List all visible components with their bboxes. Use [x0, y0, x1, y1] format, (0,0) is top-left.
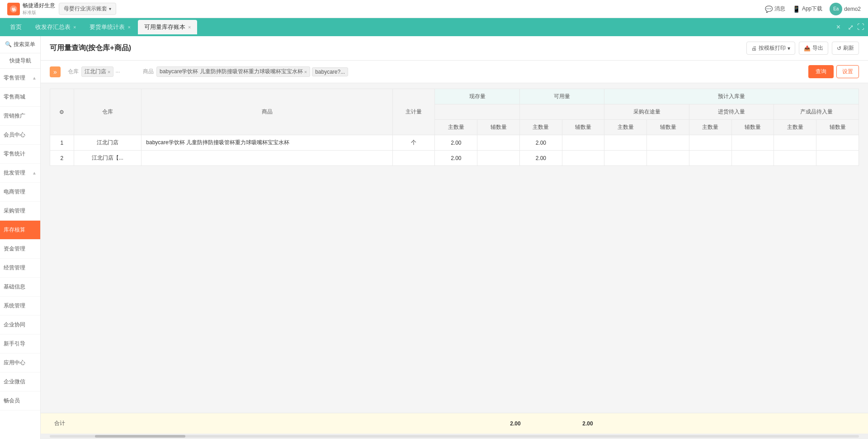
- row-avail-main-1: 2.00: [519, 151, 562, 166]
- row-pur-aux-0: [647, 135, 689, 151]
- sidebar-item-enterprise[interactable]: 企业协同: [0, 316, 40, 335]
- sidebar-item-member[interactable]: 畅会员: [0, 392, 40, 411]
- product-th: 商品: [142, 89, 392, 135]
- product-filter-tags: babycare学饮杯 儿童防摔防撞吸管杯重力球吸嘴杯宝宝水杯 × babyca…: [156, 66, 348, 77]
- footer-prod-aux-total: [823, 421, 859, 426]
- row-inv-aux-0: [477, 135, 520, 151]
- product-tag-1[interactable]: babycare学饮杯 儿童防摔防撞吸管杯重力球吸嘴杯宝宝水杯 ×: [156, 66, 310, 77]
- sidebar-item-retail-stats[interactable]: 零售统计: [0, 145, 40, 164]
- sidebar-item-retail-stats-label: 零售统计: [4, 150, 25, 158]
- sidebar-item-operations[interactable]: 经营管理: [0, 259, 40, 278]
- user-name: demo2: [844, 6, 861, 12]
- tab-summary-label: 收发存汇总表: [35, 23, 71, 31]
- tab-order-stats[interactable]: 要货单统计表 ×: [83, 20, 137, 34]
- logo-sub-text: 标准版: [23, 9, 55, 16]
- messages-button[interactable]: 💬 消息: [765, 5, 785, 13]
- sidebar-item-purchase[interactable]: 采购管理: [0, 202, 40, 221]
- row-product-0: babycare学饮杯 儿童防摔防撞吸管杯重力球吸嘴杯宝宝水杯: [142, 135, 392, 151]
- filter-expand-button[interactable]: »: [50, 66, 61, 77]
- table-footer: 合计 2.00 2.00: [41, 413, 868, 434]
- fullscreen-icon[interactable]: ⛶: [857, 23, 864, 31]
- close-order-tab[interactable]: ×: [127, 24, 130, 30]
- footer-avail-aux-total: [606, 421, 642, 426]
- sidebar-item-member-center[interactable]: 会员中心: [0, 126, 40, 145]
- pur-aux-th: 辅数量: [647, 120, 689, 135]
- tab-available-inventory[interactable]: 可用量库存账本 ×: [138, 20, 197, 34]
- sidebar-item-marketing[interactable]: 营销推广: [0, 107, 40, 126]
- expand-icon[interactable]: ⤢: [848, 23, 854, 32]
- avatar-initial: Ea: [833, 6, 839, 11]
- footer-inv-aux-total: [533, 421, 570, 426]
- sidebar-item-wholesale-label: 批发管理: [4, 169, 25, 177]
- export-button[interactable]: 📤 导出: [799, 42, 828, 55]
- product-tag-1-label: babycare学饮杯 儿童防摔防撞吸管杯重力球吸嘴杯宝宝水杯: [160, 68, 303, 76]
- chevron-down-icon: ▲: [32, 170, 37, 175]
- settings-col-th[interactable]: ⚙: [50, 89, 74, 135]
- sidebar-item-retail-management[interactable]: 零售管理 ▲: [0, 69, 40, 88]
- sidebar-item-enterprise-label: 企业协同: [4, 321, 25, 329]
- sidebar-item-base-label: 基础信息: [4, 283, 25, 291]
- product-filter-label: 商品: [143, 68, 154, 76]
- app-download-button[interactable]: 📱 App下载: [793, 5, 822, 13]
- refresh-label: 刷新: [843, 44, 854, 52]
- sidebar-item-retail-mall[interactable]: 零售商城: [0, 88, 40, 107]
- footer-pur-aux-total: [678, 421, 714, 426]
- close-summary-tab[interactable]: ×: [73, 24, 76, 30]
- sidebar-item-finance[interactable]: 资金管理: [0, 240, 40, 259]
- settings-button[interactable]: 设置: [836, 65, 859, 78]
- print-button[interactable]: 🖨 按模板打印 ▾: [746, 42, 795, 55]
- message-icon: 💬: [765, 5, 773, 13]
- horizontal-scrollbar[interactable]: [41, 434, 868, 439]
- industry-selector[interactable]: 母婴行业演示账套 ▾: [59, 3, 116, 15]
- row-pur-main-1: [604, 151, 647, 166]
- sidebar-item-inventory[interactable]: 库存核算: [0, 221, 40, 240]
- sidebar-item-wholesale[interactable]: 批发管理 ▲: [0, 164, 40, 183]
- top-bar-right: 💬 消息 📱 App下载 Ea demo2: [765, 3, 861, 15]
- footer-warehouse-cell: [77, 421, 113, 426]
- warehouse-more-icon[interactable]: ···: [115, 69, 120, 75]
- scroll-thumb[interactable]: [95, 435, 185, 438]
- remove-product-tag-1-icon[interactable]: ×: [304, 69, 307, 75]
- query-button[interactable]: 查询: [808, 65, 834, 78]
- table-row: 2 江北门店【... 2.00 2.00: [50, 151, 859, 166]
- sidebar-search[interactable]: 🔍 搜索菜单: [0, 36, 40, 53]
- sidebar-quick-nav[interactable]: 快捷导航: [0, 53, 40, 69]
- main-layout: 🔍 搜索菜单 快捷导航 零售管理 ▲ 零售商城 营销推广 会员中心 零售统计 批…: [0, 36, 868, 439]
- remove-warehouse-tag-icon[interactable]: ×: [108, 69, 110, 75]
- sidebar-item-base-info[interactable]: 基础信息: [0, 278, 40, 297]
- row-avail-main-0: 2.00: [519, 135, 562, 151]
- product-tag-2-label: babycare?...: [315, 69, 345, 75]
- refresh-button[interactable]: ↺ 刷新: [832, 42, 859, 55]
- tab-home[interactable]: 首页: [4, 20, 28, 34]
- print-icon: 🖨: [751, 45, 757, 52]
- chevron-up-icon: ▲: [32, 76, 37, 80]
- pur-main-th: 主数量: [604, 120, 647, 135]
- sidebar-item-wechat-label: 企业微信: [4, 378, 25, 386]
- row-in-aux-1: [731, 151, 774, 166]
- refresh-icon: ↺: [837, 45, 841, 52]
- forecast-group-th: 预计入库量: [604, 89, 859, 104]
- user-menu[interactable]: Ea demo2: [830, 3, 861, 15]
- sidebar-item-wechat[interactable]: 企业微信: [0, 373, 40, 392]
- sidebar-item-member-label: 会员中心: [4, 131, 25, 139]
- close-available-tab[interactable]: ×: [188, 24, 191, 30]
- tab-summary[interactable]: 收发存汇总表 ×: [29, 20, 82, 34]
- row-warehouse-1: 江北门店【...: [74, 151, 142, 166]
- sidebar-item-system[interactable]: 系统管理: [0, 297, 40, 316]
- filter-bar: » 仓库 江北门店 × ··· 商品 babycare学饮杯 儿童防摔防撞吸管杯…: [41, 61, 868, 83]
- sidebar-item-app-center[interactable]: 应用中心: [0, 354, 40, 373]
- sidebar-item-newbie[interactable]: 新手引导: [0, 335, 40, 354]
- close-all-tabs-button[interactable]: ×: [836, 23, 840, 31]
- data-table: ⚙ 仓库 商品 主计量 现存量 可用量 预计入库量 采购在途量 进货待入量 产成…: [50, 89, 859, 166]
- industry-selector-label: 母婴行业演示账套: [64, 5, 107, 13]
- warehouse-tag-jiangbei[interactable]: 江北门店 ×: [81, 66, 113, 77]
- row-num-0: 1: [50, 135, 74, 151]
- avatar: Ea: [830, 3, 842, 15]
- product-tag-2[interactable]: babycare?...: [312, 67, 348, 76]
- sidebar-item-mall-label: 零售商城: [4, 93, 25, 101]
- sidebar-item-ecommerce-label: 电商管理: [4, 188, 25, 196]
- chevron-down-icon: ▾: [109, 6, 111, 11]
- sidebar-item-ecommerce[interactable]: 电商管理: [0, 183, 40, 202]
- tab-available-inventory-label: 可用量库存账本: [144, 23, 185, 31]
- inv-aux-th: 辅数量: [477, 120, 520, 135]
